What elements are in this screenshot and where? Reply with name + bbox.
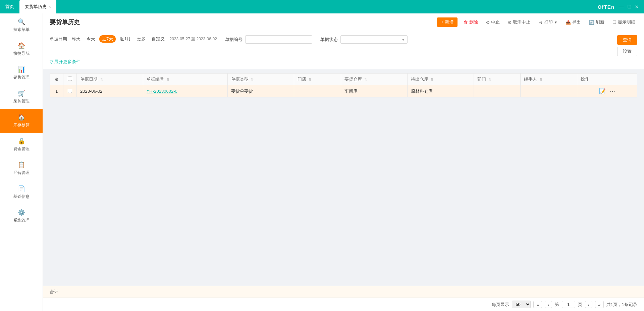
more-row-button[interactable]: ⋯ (608, 88, 616, 94)
export-button[interactable]: 📤 导出 (564, 18, 583, 27)
date-1month[interactable]: 近1月 (118, 35, 133, 43)
page-number-input[interactable] (562, 301, 575, 308)
query-buttons: 查询 设置 (617, 35, 637, 56)
date-today[interactable]: 今天 (85, 35, 97, 43)
col-number[interactable]: 单据编号 ⇅ (143, 74, 227, 85)
minimize-btn[interactable]: — (619, 4, 624, 10)
sort-store-icon: ⇅ (309, 78, 311, 81)
sidebar-item-search-menu[interactable]: 🔍 搜索菜单 (0, 13, 43, 37)
last-page-button[interactable]: » (595, 301, 603, 308)
doc-status-filter-group: 单据状态 ▼ (320, 35, 408, 44)
cancel-stop-button[interactable]: ⊙ 取消中止 (506, 18, 532, 27)
cell-number[interactable]: YH-20230602-0 (143, 85, 227, 97)
setting-button[interactable]: 设置 (617, 47, 637, 56)
expand-more[interactable]: ▽ 展开更多条件 (50, 59, 637, 65)
col-handler[interactable]: 经手人 ⇅ (521, 74, 577, 85)
sidebar-label-search-menu: 搜索菜单 (13, 27, 30, 33)
first-page-button[interactable]: « (533, 301, 542, 308)
doc-number-link[interactable]: YH-20230602-0 (147, 89, 177, 94)
sidebar-label-system: 系统管理 (13, 218, 30, 223)
brand-label: OfTEn (598, 4, 614, 10)
sidebar-label-operations: 经营管理 (13, 170, 30, 176)
tab-close-icon[interactable]: × (49, 0, 51, 13)
col-pending-warehouse[interactable]: 待出仓库 ⇅ (407, 74, 474, 85)
tab-active[interactable]: 要货单历史 × (19, 0, 56, 13)
content-area: 要货单历史 + 新增 🗑 删除 ⊙ 中止 ⊙ 取消中止 🖨 打印 (43, 13, 644, 311)
sidebar-item-purchase[interactable]: 🛒 采购管理 (0, 85, 43, 109)
purchase-icon: 🛒 (18, 90, 25, 97)
col-settings[interactable]: ⚙ (50, 74, 63, 85)
sidebar-item-finance[interactable]: 🔒 资金管理 (0, 133, 43, 157)
filter-section: 单据日期 昨天 今天 近7天 近1月 更多 自定义 2023-05-27 至 2… (50, 35, 637, 56)
page-label: 第 (555, 302, 559, 308)
sidebar-item-sales[interactable]: 📊 销售管理 (0, 61, 43, 85)
doc-number-input[interactable] (245, 35, 312, 44)
next-page-button[interactable]: › (585, 301, 592, 308)
cell-store (294, 85, 341, 97)
finance-icon: 🔒 (18, 137, 25, 145)
edit-row-button[interactable]: 📝 (598, 88, 607, 94)
doc-status-select[interactable] (340, 35, 408, 44)
stop-button[interactable]: ⊙ 中止 (484, 18, 502, 27)
sort-pending-warehouse-icon: ⇅ (431, 78, 433, 81)
sidebar-item-quick-nav[interactable]: 🏠 快捷导航 (0, 37, 43, 61)
close-btn[interactable]: × (635, 3, 639, 10)
summary-label: 合计: (50, 289, 60, 294)
cell-operation: 📝 ⋯ (577, 85, 637, 97)
page-title: 要货单历史 (50, 18, 80, 30)
col-checkbox (63, 74, 77, 85)
sidebar-item-system[interactable]: ⚙️ 系统管理 (0, 204, 43, 228)
doc-status-wrapper: ▼ (340, 35, 408, 44)
sidebar-item-operations[interactable]: 📋 经营管理 (0, 157, 43, 180)
sidebar-label-inventory: 库存核算 (13, 122, 30, 128)
top-bar: 首页 要货单历史 × OfTEn — □ × (0, 0, 644, 13)
date-label: 单据日期 (50, 36, 67, 42)
col-store[interactable]: 门店 ⇅ (294, 74, 341, 85)
sidebar-label-finance: 资金管理 (13, 146, 30, 152)
col-department[interactable]: 部门 ⇅ (474, 74, 521, 85)
sidebar-item-inventory[interactable]: 🏠 库存核算 (0, 109, 43, 133)
inventory-icon: 🏠 (18, 114, 25, 121)
page-header: 要货单历史 + 新增 🗑 删除 ⊙ 中止 ⊙ 取消中止 🖨 打印 (43, 13, 644, 31)
basic-info-icon: 📄 (18, 185, 25, 192)
sort-date-icon: ⇅ (100, 78, 103, 81)
sidebar-item-basic-info[interactable]: 📄 基础信息 (0, 180, 43, 204)
filter-area: 单据日期 昨天 今天 近7天 近1月 更多 自定义 2023-05-27 至 2… (43, 31, 644, 69)
date-more[interactable]: 更多 (135, 35, 148, 43)
print-button[interactable]: 🖨 打印 ▼ (536, 18, 559, 27)
delete-button[interactable]: 🗑 删除 (462, 18, 480, 27)
select-all-checkbox[interactable] (68, 77, 72, 81)
cancel-stop-icon: ⊙ (508, 20, 512, 25)
sort-type-icon: ⇅ (251, 78, 254, 81)
cell-req-warehouse: 车间库 (341, 85, 407, 97)
col-date[interactable]: 单据日期 ⇅ (77, 74, 143, 85)
sidebar-label-basic-info: 基础信息 (13, 194, 30, 199)
page-size-select[interactable]: 50 100 (512, 301, 531, 308)
system-icon: ⚙️ (18, 209, 25, 216)
table-settings-icon[interactable]: ⚙ (55, 77, 59, 82)
cell-date: 2023-06-02 (77, 85, 143, 97)
date-yesterday[interactable]: 昨天 (70, 35, 83, 43)
total-label: 共1页，1条记录 (606, 302, 637, 308)
checkbox-icon: ☐ (612, 20, 616, 25)
date-tabs: 昨天 今天 近7天 近1月 更多 自定义 (70, 35, 167, 43)
row-checkbox[interactable] (68, 89, 72, 93)
table-row: 1 2023-06-02 YH-20230602-0 要货单要货 车间库 原材料… (50, 85, 637, 97)
date-custom[interactable]: 自定义 (150, 35, 167, 43)
col-type[interactable]: 单据类型 ⇅ (227, 74, 294, 85)
refresh-button[interactable]: 🔄 刷新 (587, 18, 606, 27)
col-req-warehouse[interactable]: 要货仓库 ⇅ (341, 74, 407, 85)
maximize-btn[interactable]: □ (628, 4, 631, 10)
cell-handler (521, 85, 577, 97)
date-7days[interactable]: 近7天 (99, 35, 116, 43)
new-button[interactable]: + 新增 (437, 17, 458, 27)
query-button[interactable]: 查询 (617, 35, 637, 45)
sidebar-label-purchase: 采购管理 (13, 98, 30, 104)
sort-handler-icon: ⇅ (540, 78, 542, 81)
operations-icon: 📋 (18, 161, 25, 169)
tab-home[interactable]: 首页 (0, 0, 19, 13)
data-table: ⚙ 单据日期 ⇅ 单据编号 ⇅ (50, 73, 637, 97)
sidebar: 🔍 搜索菜单 🏠 快捷导航 📊 销售管理 🛒 采购管理 🏠 库存核算 🔒 资金管… (0, 13, 43, 311)
prev-page-button[interactable]: ‹ (545, 301, 552, 308)
show-detail-button[interactable]: ☐ 显示明细 (610, 18, 637, 27)
